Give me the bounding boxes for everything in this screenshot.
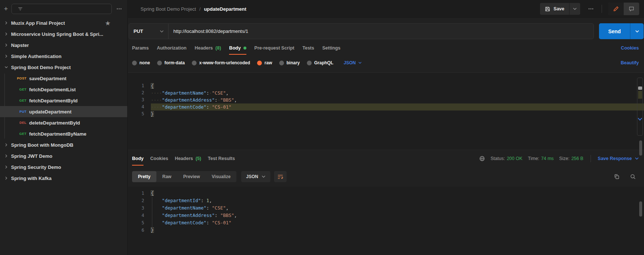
code-token: "BBS" — [220, 97, 234, 103]
request-item-fetchdepartmentbyname[interactable]: GETfetchDepartmentByName — [0, 128, 127, 139]
sidebar-item-spring-boot-demo-project[interactable]: Spring Boot Demo Project — [0, 62, 127, 73]
request-name: deleteDepartmentById — [29, 120, 80, 126]
response-body-editor[interactable]: 1{2 "departmentId": 1,3 "departmentName"… — [128, 187, 644, 255]
breadcrumb-request[interactable]: updateDepartment — [204, 6, 246, 12]
comments-button[interactable] — [624, 3, 639, 15]
line-number: 1 — [128, 190, 144, 197]
code-token: , — [234, 97, 237, 103]
code-token — [151, 212, 162, 218]
request-body-editor[interactable]: 1{2····"departmentName":·"CSE",3····"dep… — [128, 72, 644, 150]
cookies-link[interactable]: Cookies — [621, 45, 639, 51]
view-tab-visualize[interactable]: Visualize — [206, 171, 236, 182]
response-language-select[interactable]: JSON — [241, 171, 270, 182]
sidebar-search-input[interactable] — [27, 6, 111, 12]
body-mode-label: form-data — [165, 60, 185, 65]
request-tab-label: Body — [229, 45, 240, 51]
request-tab-label: Params — [132, 45, 149, 51]
line-number: 3 — [128, 204, 144, 212]
collection-chevron — [3, 65, 10, 69]
sidebar-item-muzix-app-final-project[interactable]: Muzix App Final Project★ — [0, 17, 127, 28]
save-icon — [545, 6, 550, 12]
send-button[interactable]: Send — [599, 23, 644, 39]
view-tab-pretty[interactable]: Pretty — [132, 171, 156, 182]
beautify-link[interactable]: Beautify — [621, 60, 639, 65]
collection-label: Spring Boot with MongoDB — [11, 142, 73, 148]
copy-icon[interactable] — [614, 174, 620, 180]
sidebar-item-simple-authentication[interactable]: Simple Authentication — [0, 51, 127, 62]
breadcrumb-collection[interactable]: Spring Boot Demo Project — [141, 6, 196, 12]
save-button[interactable]: Save — [540, 3, 569, 15]
body-mode-graphql[interactable]: GraphQL — [307, 60, 333, 65]
response-tab-test-results[interactable]: Test Results — [208, 150, 235, 167]
url-input[interactable] — [169, 28, 593, 34]
response-meta: Status: 200 OK Time: 74 ms Size: 256 B S… — [479, 150, 639, 167]
code-token: { — [151, 190, 154, 196]
response-tab-cookies[interactable]: Cookies — [150, 150, 168, 167]
edit-docs-button[interactable] — [608, 3, 624, 15]
request-item-fetchdepartmentlist[interactable]: GETfetchDepartmentList — [0, 84, 127, 95]
sidebar-item-spring-with-kafka[interactable]: Spring with Kafka — [0, 173, 127, 184]
request-tab-pre-request-script[interactable]: Pre-request Script — [255, 41, 294, 55]
save-response-button[interactable]: Save Response — [598, 156, 639, 161]
body-mode-binary[interactable]: binary — [279, 60, 300, 65]
pencil-icon — [613, 6, 619, 12]
request-item-deletedepartmentbyid[interactable]: DELdeleteDepartmentById — [0, 117, 127, 128]
chevron-right-icon — [4, 21, 8, 25]
request-tab-headers[interactable]: Headers(8) — [195, 41, 221, 55]
sidebar-item-spring-boot-with-mongodb[interactable]: Spring Boot with MongoDB — [0, 139, 127, 150]
line-number: 4 — [128, 103, 144, 110]
new-button[interactable]: + — [3, 5, 9, 13]
request-item-updatedepartment[interactable]: PUTupdateDepartment — [0, 106, 127, 117]
radio-icon — [192, 61, 197, 65]
response-tab-label: Cookies — [150, 156, 168, 161]
line-number: 2 — [128, 197, 144, 204]
save-options-button[interactable] — [569, 3, 580, 15]
request-tab-settings[interactable]: Settings — [322, 41, 340, 55]
request-name: updateDepartment — [29, 109, 72, 115]
request-name: fetchDepartmentByName — [29, 131, 86, 137]
request-item-fetchdepartmentbyid[interactable]: GETfetchDepartmentById — [0, 95, 127, 106]
method-badge: GET — [7, 99, 27, 102]
chevron-down-icon — [635, 157, 639, 160]
sidebar-item-microservice-using-spring-boot-spri[interactable]: Microservice Using Spring Boot & Spri... — [0, 28, 127, 40]
request-language-select[interactable]: JSON — [344, 60, 362, 65]
method-select[interactable]: PUT — [129, 24, 168, 39]
response-toolbar: PrettyRawPreviewVisualize JSON — [128, 169, 644, 184]
request-tab-tests[interactable]: Tests — [302, 41, 314, 55]
collections-tree: Muzix App Final Project★Microservice Usi… — [0, 17, 127, 184]
response-tab-headers[interactable]: Headers(5) — [175, 150, 201, 167]
body-mode-none[interactable]: none — [132, 60, 150, 65]
request-item-savedepartment[interactable]: POSTsaveDepartment — [0, 73, 127, 84]
request-more-icon[interactable] — [588, 6, 594, 11]
sidebar-item-spring-jwt-demo[interactable]: Spring JWT Demo — [0, 150, 127, 162]
star-icon[interactable]: ★ — [105, 20, 110, 26]
send-button-label: Send — [599, 23, 630, 39]
search-icon[interactable] — [630, 174, 636, 180]
sidebar-search-box[interactable] — [11, 4, 112, 14]
request-tab-authorization[interactable]: Authorization — [157, 41, 187, 55]
request-tab-label: Settings — [322, 45, 340, 51]
scrollbar-thumb[interactable] — [639, 140, 642, 156]
request-tab-params[interactable]: Params — [132, 41, 149, 55]
send-options-button[interactable] — [630, 23, 644, 39]
header-actions: Save — [540, 3, 639, 15]
body-mode-x-www-form-urlencoded[interactable]: x-www-form-urlencoded — [192, 60, 250, 65]
scrollbar-thumb[interactable] — [639, 201, 642, 217]
sidebar-item-spring-security-demo[interactable]: Spring Security Demo — [0, 162, 127, 173]
code-token: : — [207, 205, 210, 211]
body-mode-form-data[interactable]: form-data — [157, 60, 185, 65]
globe-icon[interactable] — [479, 156, 485, 162]
sidebar-item-napster[interactable]: Napster — [0, 40, 127, 51]
editor-scroll-chevron-icon[interactable] — [637, 117, 643, 121]
wrap-text-button[interactable] — [274, 171, 287, 182]
response-tab-body[interactable]: Body — [132, 150, 143, 167]
sidebar-more-icon[interactable] — [116, 6, 122, 11]
editor-scrollbar-thumb[interactable] — [638, 86, 642, 90]
time-badge: Time: 74 ms — [528, 156, 554, 161]
request-tab-body[interactable]: Body — [229, 41, 246, 55]
body-mode-raw[interactable]: raw — [257, 60, 272, 65]
line-number: 4 — [128, 212, 144, 219]
view-tab-raw[interactable]: Raw — [156, 171, 177, 182]
view-tab-preview[interactable]: Preview — [177, 171, 206, 182]
method-badge: POST — [7, 76, 27, 80]
